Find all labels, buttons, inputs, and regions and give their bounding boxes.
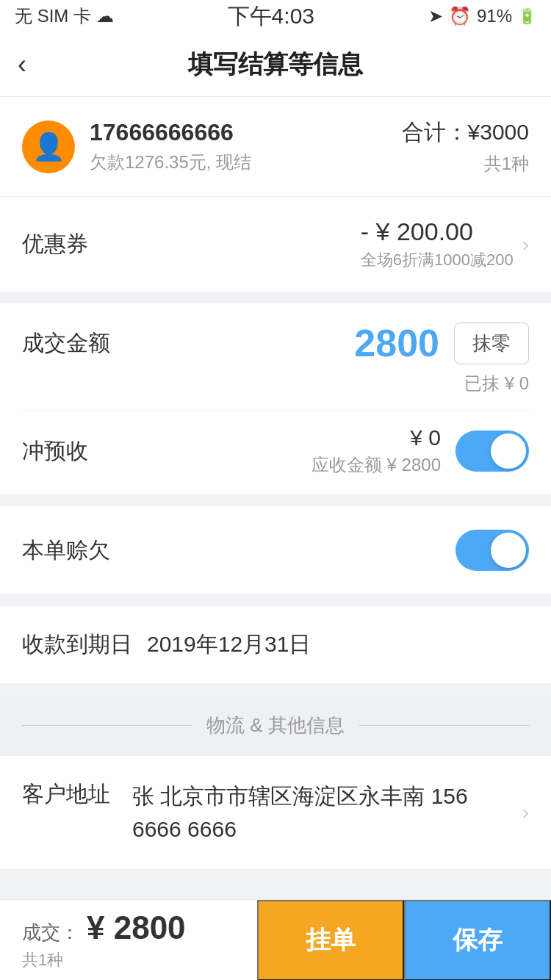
footer-info: 成交： ¥ 2800 共1种 bbox=[0, 909, 257, 971]
battery-icon: 🔋 bbox=[518, 7, 536, 25]
address-section[interactable]: 客户地址 张 北京市市辖区海淀区永丰南 156 6666 6666 › bbox=[0, 756, 551, 869]
debt-toggle[interactable] bbox=[455, 530, 529, 571]
date-value: 2019年12月31日 bbox=[147, 630, 311, 660]
sim-label: 无 SIM 卡 ☁ bbox=[15, 4, 114, 28]
prepay-right: ¥ 0 应收金额 ¥ 2800 bbox=[311, 425, 529, 477]
footer-bar: 成交： ¥ 2800 共1种 挂单 保存 bbox=[0, 899, 551, 980]
coupon-right: - ¥ 200.00 全场6折满1000减200 › bbox=[361, 217, 529, 271]
footer-count: 共1种 bbox=[22, 949, 235, 971]
section-divider bbox=[22, 410, 529, 411]
date-label: 收款到期日 bbox=[22, 630, 132, 660]
coupon-info: - ¥ 200.00 全场6折满1000减200 bbox=[361, 217, 514, 271]
hold-order-button[interactable]: 挂单 bbox=[257, 900, 404, 981]
page-title: 填写结算等信息 bbox=[188, 48, 363, 82]
deal-amount-number: 2800 bbox=[354, 321, 439, 365]
prepay-toggle[interactable] bbox=[455, 430, 529, 472]
divider-line-left bbox=[22, 725, 192, 726]
deal-amount-label: 成交金额 bbox=[22, 328, 110, 359]
footer-deal: 成交： ¥ 2800 bbox=[22, 909, 235, 946]
prepay-value-group: ¥ 0 应收金额 ¥ 2800 bbox=[311, 425, 441, 477]
order-count: 共1种 bbox=[402, 152, 529, 176]
address-chevron-icon: › bbox=[522, 801, 529, 824]
customer-section: 👤 17666666666 欠款1276.35元, 现结 合计：¥3000 共1… bbox=[0, 97, 551, 292]
main-content: 👤 17666666666 欠款1276.35元, 现结 合计：¥3000 共1… bbox=[0, 97, 551, 980]
battery-label: 91% bbox=[477, 6, 512, 26]
logistics-divider: 物流 & 其他信息 bbox=[0, 695, 551, 756]
avatar-icon: 👤 bbox=[32, 131, 65, 162]
coupon-desc: 全场6折满1000减200 bbox=[361, 249, 514, 271]
date-section: 收款到期日 2019年12月31日 bbox=[0, 606, 551, 683]
customer-right: 合计：¥3000 共1种 bbox=[402, 118, 529, 176]
location-icon: ➤ bbox=[428, 6, 443, 26]
status-time: 下午4:03 bbox=[228, 1, 314, 32]
customer-debt: 欠款1276.35元, 现结 bbox=[90, 151, 251, 174]
customer-phone: 17666666666 bbox=[90, 119, 251, 146]
status-left: 无 SIM 卡 ☁ bbox=[15, 4, 114, 28]
coupon-row[interactable]: 优惠券 - ¥ 200.00 全场6折满1000减200 › bbox=[0, 196, 551, 292]
customer-info: 17666666666 欠款1276.35元, 现结 bbox=[90, 119, 251, 174]
coupon-label: 优惠券 bbox=[22, 229, 88, 259]
round-button[interactable]: 抹零 bbox=[454, 323, 529, 364]
logistics-label: 物流 & 其他信息 bbox=[206, 713, 345, 738]
debt-label: 本单赊欠 bbox=[22, 536, 110, 566]
deal-amount-value-group: 2800 抹零 bbox=[354, 321, 529, 365]
customer-left: 👤 17666666666 欠款1276.35元, 现结 bbox=[22, 119, 251, 174]
order-total: 合计：¥3000 bbox=[402, 118, 529, 148]
back-button[interactable]: ‹ bbox=[18, 49, 26, 80]
avatar: 👤 bbox=[22, 120, 75, 173]
nav-bar: ‹ 填写结算等信息 bbox=[0, 32, 551, 97]
alarm-icon: ⏰ bbox=[449, 6, 471, 26]
debt-section: 本单赊欠 bbox=[0, 506, 551, 594]
prepay-label: 冲预收 bbox=[22, 436, 88, 466]
prepay-sub: 应收金额 ¥ 2800 bbox=[311, 453, 441, 477]
footer-deal-amount: ¥ 2800 bbox=[87, 909, 186, 946]
status-right: ➤ ⏰ 91% 🔋 bbox=[428, 6, 536, 26]
amount-section: 成交金额 2800 抹零 已抹 ¥ 0 冲预收 ¥ 0 应收金额 ¥ 2800 bbox=[0, 303, 551, 494]
address-value: 张 北京市市辖区海淀区永丰南 156 6666 6666 bbox=[132, 779, 522, 846]
coupon-amount: - ¥ 200.00 bbox=[361, 217, 514, 246]
deal-amount-row: 成交金额 2800 抹零 bbox=[22, 321, 529, 365]
prepay-row: 冲预收 ¥ 0 应收金额 ¥ 2800 bbox=[22, 425, 529, 477]
prepay-amount: ¥ 0 bbox=[311, 425, 441, 450]
coupon-chevron-icon: › bbox=[522, 233, 529, 256]
footer-deal-label: 成交： bbox=[22, 920, 79, 945]
address-label: 客户地址 bbox=[22, 779, 110, 810]
divider-line-right bbox=[359, 725, 529, 726]
deal-amount-sub: 已抹 ¥ 0 bbox=[464, 373, 529, 393]
date-row: 收款到期日 2019年12月31日 bbox=[22, 630, 529, 660]
customer-row: 👤 17666666666 欠款1276.35元, 现结 合计：¥3000 共1… bbox=[0, 97, 551, 196]
status-bar: 无 SIM 卡 ☁ 下午4:03 ➤ ⏰ 91% 🔋 bbox=[0, 0, 551, 32]
save-button[interactable]: 保存 bbox=[404, 900, 551, 981]
